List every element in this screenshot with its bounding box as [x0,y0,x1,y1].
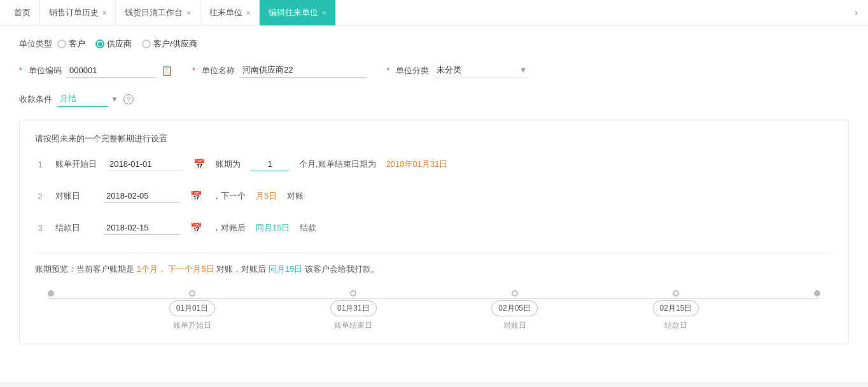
row-1-desc-suffix: 个月,账单结束日期为 [299,158,376,170]
timeline-left-end [48,290,54,331]
tab-edit-partner-close[interactable]: × [322,9,326,17]
radio-customer-circle [57,39,66,48]
timeline-point-3: 02月05日 对账日 [491,290,538,331]
timeline-point-3-date: 02月05日 [491,300,538,316]
preview-suffix: 该客户会给我打款。 [305,264,379,274]
timeline-point-3-dot [512,290,518,297]
tab-cashflow-close[interactable]: × [186,9,190,17]
timeline-point-4-date: 02月15日 [653,300,699,316]
preview-part2: 下一个月5日 [168,264,214,274]
row-2-date-input[interactable] [104,189,180,203]
tab-bar: 首页 销售订单历史 × 钱货日清工作台 × 往来单位 × 编辑往来单位 × › [0,0,868,25]
radio-supplier[interactable]: 供应商 [95,38,132,50]
radio-customer[interactable]: 客户 [57,38,85,50]
tab-sales-history-close[interactable]: × [102,9,106,17]
payment-help-icon[interactable]: ? [123,94,134,104]
radio-supplier-circle [95,39,104,48]
settings-row-3: 3 结款日 📅 ，对账后 同月15日 结款 [35,221,833,235]
timeline-point-4-dot [673,290,679,297]
row-2-suffix: 对账 [287,190,304,202]
timeline-point-2-date: 01月31日 [330,300,377,316]
timeline-point-4-label: 结款日 [664,320,687,331]
timeline-right-dot [814,290,820,297]
payment-select-field: 月结 ▼ [57,91,118,107]
tab-sales-history-label: 销售订单历史 [49,7,99,18]
preview-prefix: 账期预览：当前客户账期是 [35,264,134,274]
unit-category-label: 单位分类 [396,65,429,76]
preview-part1: 1个月， [137,264,166,274]
period-input[interactable] [251,157,289,171]
row-3-calendar-icon[interactable]: 📅 [190,222,202,234]
category-required-star: * [386,66,389,75]
payment-select-value[interactable]: 月结 [57,91,108,107]
timeline-point-4: 02月15日 结款日 [653,290,699,331]
timeline-point-1-dot [189,290,195,297]
unit-code-field: * 单位编码 📋 [19,64,173,78]
tab-partners-close[interactable]: × [246,9,250,17]
row-2-num: 2 [35,192,45,201]
unit-type-label: 单位类型 [19,38,52,50]
radio-customer-supplier-label: 客户/供应商 [153,38,197,50]
code-copy-icon[interactable]: 📋 [161,65,173,76]
timeline-left-dot [48,290,54,297]
preview-middle: 对账，对账后 [216,264,266,274]
card-title: 请按照未来的一个完整帐期进行设置 [35,133,833,144]
category-dropdown-icon: ▼ [519,66,527,74]
unit-type-row: 单位类型 客户 供应商 客户/供应商 [19,38,849,50]
row-3-num: 3 [35,223,45,233]
unit-category-select[interactable]: 未分类 ▼ [434,62,529,78]
row-1-desc-prefix: 账期为 [216,158,241,170]
code-required-star: * [19,66,22,75]
unit-code-input[interactable] [67,64,156,78]
timeline-point-3-label: 对账日 [503,320,526,331]
tab-cashflow-label: 钱货日清工作台 [125,7,183,18]
tab-home[interactable]: 首页 [5,0,40,25]
unit-name-label: 单位名称 [202,65,235,76]
timeline-right-end [814,290,820,331]
row-3-desc: ，对账后 [213,222,246,234]
tab-edit-partner[interactable]: 编辑往来单位 × [260,0,335,25]
row-3-date-input[interactable] [104,221,180,235]
main-content: 单位类型 客户 供应商 客户/供应商 * 单位编码 [0,25,868,382]
payment-label: 收款条件 [19,94,52,105]
unit-type-field: 单位类型 客户 供应商 客户/供应商 [19,38,197,50]
row-2-desc: ，下一个 [213,190,246,202]
row-3-highlight: 同月15日 [256,222,290,234]
row-1-label: 账单开始日 [55,158,97,170]
tab-partners[interactable]: 往来单位 × [200,0,260,25]
tab-cashflow[interactable]: 钱货日清工作台 × [116,0,200,25]
payment-field: 收款条件 月结 ▼ ? [19,91,134,107]
radio-customer-supplier-circle [142,39,151,48]
radio-supplier-label: 供应商 [107,38,132,50]
tab-sales-history[interactable]: 销售订单历史 × [40,0,116,25]
preview-text: 账期预览：当前客户账期是 1个月， 下一个月5日 对账，对账后 同月15日 该客… [35,264,833,275]
row-3-label: 结款日 [55,222,94,234]
timeline-point-2-dot [350,290,356,297]
row-1-end-date: 2018年01月31日 [386,158,448,170]
code-name-category-row: * 单位编码 📋 * 单位名称 * 单位分类 未分类 ▼ [19,62,849,78]
tab-partners-label: 往来单位 [209,7,242,18]
row-1-num: 1 [35,160,45,169]
timeline-point-1: 01月01日 账单开始日 [169,290,216,331]
timeline-point-1-date: 01月01日 [169,300,216,316]
tab-more-button[interactable]: › [850,7,863,18]
timeline-point-1-label: 账单开始日 [173,320,211,331]
name-required-star: * [192,66,195,75]
settings-row-1: 1 账单开始日 📅 账期为 个月,账单结束日期为 2018年01月31日 [35,157,833,171]
unit-type-radio-group: 客户 供应商 客户/供应商 [57,38,197,50]
unit-category-value: 未分类 [437,64,461,76]
row-1-date-input[interactable] [107,157,183,171]
unit-code-label: 单位编码 [29,65,62,76]
row-2-label: 对账日 [55,190,94,202]
payment-row: 收款条件 月结 ▼ ? [19,91,849,107]
timeline-point-2: 01月31日 账单结束日 [330,290,377,331]
preview-part3: 同月15日 [269,264,302,274]
payment-dropdown-icon[interactable]: ▼ [111,95,118,104]
row-1-calendar-icon[interactable]: 📅 [193,158,206,170]
unit-name-field: * 单位名称 [192,64,367,78]
row-3-suffix: 结款 [300,222,316,234]
unit-name-input[interactable] [240,64,367,78]
row-2-calendar-icon[interactable]: 📅 [190,190,202,202]
radio-customer-supplier[interactable]: 客户/供应商 [142,38,197,50]
unit-category-field: * 单位分类 未分类 ▼ [386,62,529,78]
